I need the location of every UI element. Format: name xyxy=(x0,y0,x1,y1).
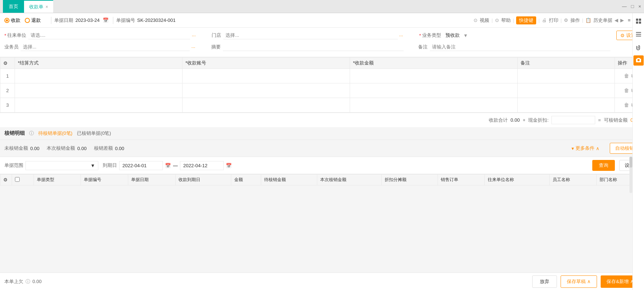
done-tab-link[interactable]: 已核销单据(0笔) xyxy=(77,130,111,137)
minimize-icon[interactable]: — xyxy=(622,4,627,9)
tab-close-icon[interactable]: × xyxy=(46,4,48,9)
row1-delete-icon[interactable]: 🗑 xyxy=(624,73,629,79)
shortcut-btn[interactable]: 快捷键 xyxy=(516,16,536,24)
date-value[interactable]: 2023-03-24 xyxy=(75,17,100,23)
video-label[interactable]: 视频 xyxy=(480,17,489,24)
store-input[interactable] xyxy=(223,31,397,39)
unchecked-stat: 未核销金额 0.00 xyxy=(4,145,39,152)
remark-input[interactable] xyxy=(430,43,610,51)
row2-amount[interactable] xyxy=(350,83,517,98)
row3-settlement[interactable] xyxy=(15,98,182,113)
store-more-btn[interactable]: ··· xyxy=(398,33,405,38)
scroll-thumb[interactable] xyxy=(629,157,632,168)
summary-field: 摘要 xyxy=(211,43,404,51)
table-gear-icon[interactable]: ⚙ xyxy=(3,60,8,66)
row1-amount[interactable] xyxy=(350,69,517,83)
more-conditions-btn[interactable]: ▾ 更多条件 ∧ xyxy=(572,145,600,152)
range-select[interactable]: ▼ xyxy=(25,161,98,170)
discount-label: 现金折扣: xyxy=(528,117,549,124)
total-label: 收款合计 xyxy=(489,117,508,124)
receipt-refund-toggle: 收款 退款 xyxy=(4,17,41,24)
sidebar-list-icon[interactable] xyxy=(633,29,644,39)
row3-delete-icon[interactable]: 🗑 xyxy=(624,102,629,108)
row3-remark[interactable] xyxy=(517,98,614,113)
select-all-checkbox[interactable] xyxy=(15,177,20,182)
current-label: 本次核销金额 xyxy=(47,145,75,152)
row2-delete-icon[interactable]: 🗑 xyxy=(624,87,629,94)
receipt-radio[interactable]: 收款 xyxy=(4,17,20,24)
table-row: 1 🗑 ⧉ xyxy=(0,69,644,83)
tab-receipt[interactable]: 收款单 × xyxy=(24,0,53,13)
date-start-input[interactable] xyxy=(119,161,163,170)
bottom-info: 本单上欠 ⓘ 0.00 xyxy=(4,278,42,285)
sidebar-attachment-icon[interactable] xyxy=(633,42,644,52)
employee-input[interactable] xyxy=(21,43,190,51)
reconcile-info-icon[interactable]: ⓘ xyxy=(29,130,34,137)
receipt-table: ⚙ *结算方式 *收款账号 *收款金额 备注 操作 1 xyxy=(0,57,644,113)
lower-col-sales: 销售订单 xyxy=(437,175,485,185)
row1-account[interactable] xyxy=(182,69,350,83)
calendar-end-icon[interactable]: 📅 xyxy=(226,163,232,168)
svg-rect-2 xyxy=(636,21,638,24)
employee-field: 业务员 ··· xyxy=(4,43,197,51)
svg-rect-3 xyxy=(639,21,641,24)
svg-rect-5 xyxy=(636,34,641,35)
save-draft-button[interactable]: 保存草稿 ∧ xyxy=(561,275,597,288)
nav-prev[interactable]: ◀ xyxy=(614,17,618,23)
tab-home[interactable]: 首页 xyxy=(3,0,24,13)
history-label[interactable]: 历史单据 xyxy=(593,17,612,24)
row2-account[interactable] xyxy=(182,83,350,98)
partner-label: 往来单位 xyxy=(7,32,26,39)
list-view-icon[interactable]: ≡ xyxy=(626,17,632,24)
sidebar-table-icon[interactable] xyxy=(633,16,644,26)
range-label: 单据范围 xyxy=(4,162,23,169)
operation-label[interactable]: 操作 xyxy=(570,17,580,24)
partner-more-btn[interactable]: ··· xyxy=(190,33,197,38)
calendar-start-icon[interactable]: 📅 xyxy=(165,163,171,168)
lower-col-date: 单据日期 xyxy=(128,175,176,185)
help-label[interactable]: 帮助 xyxy=(501,17,511,24)
settings-gear-icon: ⚙ xyxy=(620,33,625,38)
btype-dropdown-icon[interactable]: ▼ xyxy=(463,33,468,38)
calendar-icon[interactable]: 📅 xyxy=(103,17,109,23)
svg-rect-4 xyxy=(636,32,641,33)
col-gear[interactable]: ⚙ xyxy=(0,58,15,69)
row2-remark[interactable] xyxy=(517,83,614,98)
close-icon[interactable]: × xyxy=(638,4,641,9)
employee-more-btn[interactable]: ··· xyxy=(190,44,197,50)
date-end-input[interactable] xyxy=(180,161,224,170)
pending-tab-link[interactable]: 待核销单据(0笔) xyxy=(38,130,72,137)
row1-settlement[interactable] xyxy=(15,69,182,83)
svg-rect-0 xyxy=(636,19,638,21)
lower-gear-icon[interactable]: ⚙ xyxy=(3,177,8,183)
summary-input[interactable] xyxy=(223,43,404,51)
row3-amount[interactable] xyxy=(350,98,517,113)
tab-bar: 首页 收款单 × — □ × xyxy=(0,0,644,13)
tab-home-label: 首页 xyxy=(9,3,18,10)
print-label[interactable]: 打印 xyxy=(549,17,558,24)
partner-field: * 往来单位 ··· xyxy=(4,31,197,39)
operation-icon: ⚙ xyxy=(564,17,568,23)
sidebar-camera-icon[interactable] xyxy=(633,55,644,66)
row3-account[interactable] xyxy=(182,98,350,113)
refund-radio[interactable]: 退款 xyxy=(25,17,41,24)
discount-input[interactable] xyxy=(551,116,595,124)
form-row2: 业务员 ··· 摘要 备注 xyxy=(4,43,640,51)
nav-next[interactable]: ▶ xyxy=(620,17,624,23)
maximize-icon[interactable]: □ xyxy=(631,4,634,9)
query-button[interactable]: 查询 xyxy=(592,160,615,171)
info-icon2: ⓘ xyxy=(25,278,30,285)
diff-value: 0.00 xyxy=(115,146,124,151)
row1-remark[interactable] xyxy=(517,69,614,83)
filter-icon: ▾ xyxy=(572,146,574,151)
partner-input[interactable] xyxy=(28,31,190,39)
discard-button[interactable]: 放弃 xyxy=(532,275,557,288)
bottom-bar: 本单上欠 ⓘ 0.00 放弃 保存草稿 ∧ 保存&新增 ∧ xyxy=(0,273,644,290)
row2-settlement[interactable] xyxy=(15,83,182,98)
range-field: 单据范围 ▼ xyxy=(4,161,98,170)
toolbar-row: 收款 退款 单据日期 2023-03-24 📅 单据编号 SK-20230324… xyxy=(0,13,644,28)
diff-label: 核销差额 xyxy=(94,145,113,152)
bottom-actions: 放弃 保存草稿 ∧ 保存&新增 ∧ xyxy=(532,275,640,288)
refund-radio-dot xyxy=(25,18,30,23)
this-order-value: 0.00 xyxy=(32,279,42,284)
